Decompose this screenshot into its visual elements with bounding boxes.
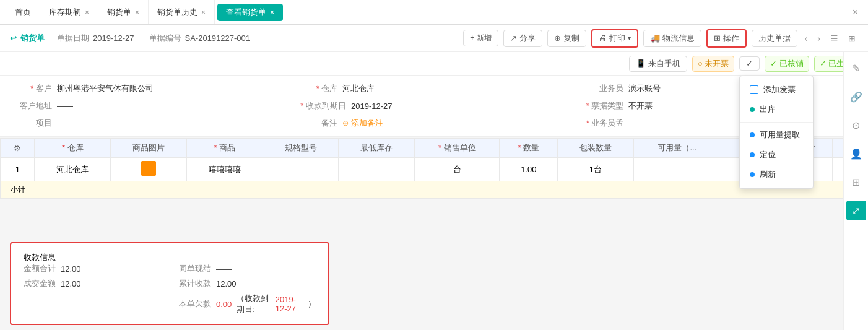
sidebar-expand-button[interactable]: ⤢ <box>846 201 866 220</box>
customer-value: 柳州粤港平安气体有限公司 <box>57 83 154 94</box>
same-order-label: 同单现结 <box>179 263 211 274</box>
logistics-icon: 🚚 <box>650 33 660 43</box>
tab-sales[interactable]: 销货单 × <box>98 0 149 24</box>
history-button[interactable]: 历史单据 <box>752 30 797 47</box>
not-opened-button[interactable]: ○ 未开票 <box>692 56 734 72</box>
add-note-button[interactable]: ⊕ 添加备注 <box>342 118 383 129</box>
from-phone-button[interactable]: 📱 来自手机 <box>629 56 687 72</box>
share-icon: ↗ <box>510 33 517 43</box>
project-row: 项目 —— <box>15 118 282 129</box>
tab-home[interactable]: 首页 <box>6 0 40 24</box>
row-qty: 1.00 <box>500 158 558 181</box>
available-extract-item[interactable]: 可用量提取 <box>740 125 813 145</box>
new-button[interactable]: + 新增 <box>463 30 498 46</box>
transaction-row: 成交金额 12.00 <box>24 278 160 289</box>
transaction-label: 成交金额 <box>24 278 56 289</box>
col-available: 可用量（... <box>633 139 721 158</box>
cumulative-value: 12.00 <box>216 279 237 289</box>
arrears-row: 本单欠款 0.00 （收款到期日: 2019-12-27 ） <box>179 293 316 315</box>
row-spec <box>263 158 339 181</box>
col-settings[interactable]: ⚙ <box>1 139 35 158</box>
col-qty: 数量 <box>500 139 558 158</box>
row-available <box>633 158 721 181</box>
view-list-button[interactable]: ☰ <box>828 32 841 45</box>
col-product: 商品 <box>186 139 263 158</box>
warehouse-value: 河北仓库 <box>342 83 375 94</box>
address-label: 客户地址 <box>15 100 52 111</box>
close-inventory-tab[interactable]: × <box>85 8 89 17</box>
due-date-prefix: （收款到期日: <box>237 293 270 315</box>
close-history-tab[interactable]: × <box>201 8 206 17</box>
add-invoice-item[interactable]: 添加发票 <box>740 80 813 100</box>
tab-sales-history[interactable]: 销货单历史 × <box>149 0 215 24</box>
view-grid-button[interactable]: ⊞ <box>846 32 858 45</box>
due-date-suffix: ） <box>308 298 316 310</box>
row-no: 1 <box>1 158 35 181</box>
table-section: ⚙ 仓库 商品图片 商品 规格型号 最低库存 销售单位 数量 包装数量 可用量（… <box>0 138 868 199</box>
address-row: 客户地址 —— <box>15 100 282 111</box>
locate-item[interactable]: 定位 <box>740 145 813 165</box>
total-label: 金额合计 <box>24 263 56 274</box>
doc-meta: 单据日期 2019-12-27 单据编号 SA-20191227-001 <box>57 33 463 44</box>
plus-icon: ⊕ <box>342 118 349 128</box>
sidebar-table-button[interactable]: ⊞ <box>846 172 866 192</box>
products-table: ⚙ 仓库 商品图片 商品 规格型号 最低库存 销售单位 数量 包装数量 可用量（… <box>0 138 868 199</box>
project-label: 项目 <box>15 118 52 129</box>
refresh-item[interactable]: 刷新 <box>740 165 813 185</box>
copy-icon: ⊕ <box>554 33 561 43</box>
col-min-stock: 最低库存 <box>339 139 415 158</box>
payment-date-label: 收款到期日 <box>300 100 346 111</box>
sidebar-edit-button[interactable]: ✎ <box>846 58 866 78</box>
window-close-button[interactable]: × <box>853 7 858 18</box>
col-pack-qty: 包装数量 <box>558 139 634 158</box>
doc-actions: + 新增 ↗ 分享 ⊕ 复制 🖨 打印 ▾ 🚚 物流信息 ⊞ 操作 历史单据 ‹… <box>463 29 858 48</box>
product-image <box>141 161 156 176</box>
sidebar-link-button[interactable]: 🔗 <box>846 87 866 106</box>
operation-button[interactable]: ⊞ 操作 <box>706 29 747 48</box>
confirm-button[interactable]: ✓ <box>739 56 760 71</box>
transaction-value: 12.00 <box>61 279 81 289</box>
phone-icon: 📱 <box>636 59 646 68</box>
invoice-icon <box>750 85 758 94</box>
cumulative-row: 累计收款 12.00 <box>179 278 316 289</box>
row-pack-qty: 1台 <box>558 158 634 181</box>
print-button[interactable]: 🖨 打印 ▾ <box>591 29 638 48</box>
close-sales-tab[interactable]: × <box>135 8 139 17</box>
note-label: 备注 <box>300 118 337 129</box>
right-sidebar: ✎ 🔗 ⊙ 👤 ⊞ ⤢ <box>843 52 868 330</box>
logistics-button[interactable]: 🚚 物流信息 <box>643 30 701 47</box>
sidebar-user-button[interactable]: 👤 <box>846 144 866 163</box>
salesperson-label: 业务员孟 <box>586 118 624 129</box>
share-button[interactable]: ↗ 分享 <box>503 30 542 47</box>
check-circle-icon: ✓ <box>770 59 777 68</box>
sidebar-circle-button[interactable]: ⊙ <box>846 115 866 135</box>
tab-view-sales[interactable]: 查看销货单 × <box>217 4 283 21</box>
copy-button[interactable]: ⊕ 复制 <box>547 30 586 47</box>
payment-info-section: 收款信息 金额合计 12.00 同单现结 —— 成交金额 12.00 累计收款 … <box>10 242 329 325</box>
check-icon: ✓ <box>746 59 753 68</box>
row-product: 嘻嘻嘻嘻 <box>186 158 263 181</box>
total-value: 12.00 <box>61 264 81 274</box>
row-unit: 台 <box>415 158 500 181</box>
outbound-dot-icon <box>750 107 755 112</box>
col-warehouse: 仓库 <box>35 139 111 158</box>
doc-type: ↩ 销货单 <box>10 33 45 44</box>
circle-icon: ○ <box>698 59 703 68</box>
subtotal-label: 小计 <box>1 181 868 199</box>
warehouse-label: 仓库 <box>300 83 337 94</box>
operation-icon: ⊞ <box>714 33 721 43</box>
customer-row: 客户 柳州粤港平安气体有限公司 <box>15 83 282 94</box>
total-row: 金额合计 12.00 <box>24 263 160 274</box>
nav-prev-button[interactable]: ‹ <box>802 32 810 45</box>
outbound-item[interactable]: 出库 <box>740 100 813 119</box>
tab-inventory[interactable]: 库存期初 × <box>40 0 98 24</box>
cumulative-label: 累计收款 <box>179 278 211 289</box>
ticket-type-label: 票据类型 <box>586 100 624 111</box>
payment-info-title: 收款信息 <box>24 252 316 263</box>
salesperson-value: —— <box>628 119 644 128</box>
col-unit: 销售单位 <box>415 139 500 158</box>
sold-out-button[interactable]: ✓ 已核销 <box>765 56 809 72</box>
close-view-sales-tab[interactable]: × <box>270 8 274 17</box>
doc-header: ↩ 销货单 单据日期 2019-12-27 单据编号 SA-20191227-0… <box>0 25 868 52</box>
nav-next-button[interactable]: › <box>815 32 823 45</box>
